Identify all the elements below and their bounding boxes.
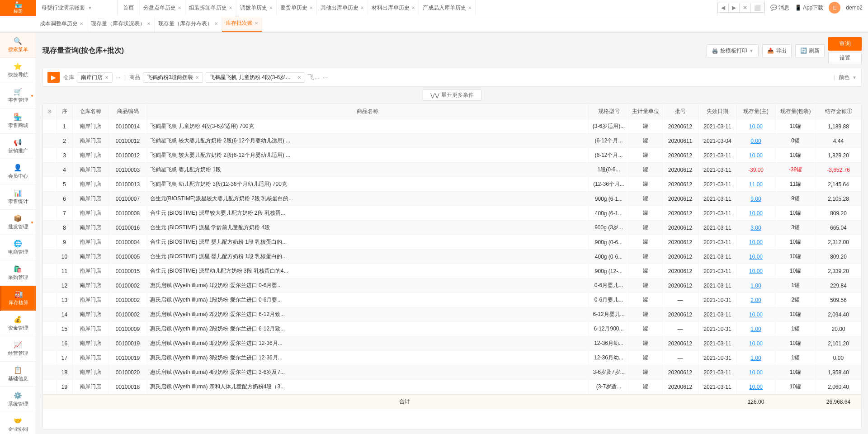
sidebar-item-search[interactable]: 🔍 搜索菜单	[0, 33, 36, 58]
prev-tab-btn[interactable]: ◀	[717, 3, 729, 13]
cell-spec: 400g (0-6...	[589, 250, 629, 264]
tab-xianzailiang1[interactable]: 现存量（库存状况表） ✕	[87, 16, 155, 32]
cell-qty-main[interactable]: 10.00	[737, 264, 775, 278]
sidebar-item-quick[interactable]: ⭐ 快捷导航	[0, 58, 36, 83]
cell-expiry: 2021-03-11	[698, 365, 737, 380]
maximize-tab-btn[interactable]: ⬜	[751, 3, 764, 13]
cell-qty-main[interactable]: 0.00	[737, 134, 775, 148]
cell-batch: 20200612	[662, 250, 698, 264]
sidebar-item-system[interactable]: ⚙️ 系统管理	[0, 387, 36, 412]
warehouse-more[interactable]: ···	[115, 74, 121, 81]
sidebar-item-shop[interactable]: 🏪 零售商城	[0, 108, 36, 134]
cell-qty-main[interactable]: 10.00	[737, 235, 775, 250]
cell-qty-main[interactable]: 10.00	[737, 307, 775, 322]
cell-balance: 229.84	[816, 278, 861, 293]
cell-qty-main[interactable]: 10.00	[737, 380, 775, 395]
cell-qty-main[interactable]: 10.00	[737, 250, 775, 264]
cell-qty-main[interactable]: -39.00	[737, 163, 775, 177]
tab-xianzailiang2[interactable]: 现存量（库存分布表） ✕	[155, 16, 222, 32]
query-btn[interactable]: 查询	[828, 37, 862, 51]
tab-fenpan[interactable]: 分盘点单历史 ✕	[140, 0, 185, 16]
username[interactable]: demo2	[846, 5, 863, 11]
tab-zuche[interactable]: 组装拆卸单历史 ✕	[185, 0, 236, 16]
goods-tag-feihe3[interactable]: 飞鹤奶粉3段两摆装 ✕	[143, 72, 203, 83]
sidebar-item-wholesale[interactable]: 📦 批发管理 ▼	[0, 210, 36, 235]
filter-expand-btn[interactable]: ▶	[47, 72, 60, 83]
tab-close-kucunpici[interactable]: ✕	[255, 21, 258, 26]
goods-tag1-close[interactable]: ✕	[195, 75, 199, 80]
tab-chengpin[interactable]: 产成品入库单历史 ✕	[419, 0, 476, 16]
cell-settings	[43, 380, 57, 395]
goods-more[interactable]: 飞...	[308, 73, 320, 81]
expand-more-btn[interactable]: ⋁⋁ 展开更多条件	[423, 90, 481, 101]
tab-close-qitachu[interactable]: ✕	[360, 5, 364, 10]
sidebar-item-operation[interactable]: 📈 经营管理	[0, 336, 36, 362]
tab-qitachu[interactable]: 其他出库单历史 ✕	[317, 0, 368, 16]
cell-batch: 20200612	[662, 365, 698, 380]
tab-home[interactable]: 首页	[118, 0, 140, 16]
settings-btn[interactable]: 设置	[828, 52, 862, 64]
tab-close-zuche[interactable]: ✕	[229, 5, 232, 10]
sidebar-item-basic[interactable]: 📋 基础信息	[0, 362, 36, 387]
cell-qty-main[interactable]: 10.00	[737, 119, 775, 134]
tab-kucunpici[interactable]: 库存批次账 ✕	[222, 16, 262, 32]
cell-settings	[43, 134, 57, 148]
cell-qty-main[interactable]: 10.00	[737, 336, 775, 351]
industry-selector[interactable]: 母婴行业演示账套 ▼	[36, 0, 118, 16]
app-download-btn[interactable]: 📱 App下载	[795, 4, 823, 12]
cell-qty-main[interactable]: 1.00	[737, 278, 775, 293]
warehouse-tag-nananmen[interactable]: 南岸门店 ✕	[77, 72, 113, 83]
cell-qty-main[interactable]: 10.00	[737, 206, 775, 221]
sidebar-item-retail[interactable]: 🛒 零售管理 ▼	[0, 83, 36, 108]
cell-qty-pkg: 1罐	[775, 351, 816, 365]
sidebar-item-finance[interactable]: 💰 资金管理	[0, 311, 36, 336]
refresh-btn[interactable]: 🔄 刷新	[795, 44, 825, 57]
tab-chengben[interactable]: 成本调整单历史 ✕	[36, 16, 87, 32]
sidebar-item-purchase[interactable]: 🛍️ 采购管理	[0, 260, 36, 286]
close-tab-btn[interactable]: ✕	[740, 3, 751, 13]
logo[interactable]: 🏪 标题	[0, 0, 36, 16]
column-settings-icon[interactable]: ⚙	[47, 108, 52, 115]
print-dropdown-arrow[interactable]: ▼	[749, 48, 754, 53]
cell-qty-main[interactable]: 10.00	[737, 365, 775, 380]
color-dropdown-arrow[interactable]: ▼	[852, 75, 857, 80]
cell-qty-main[interactable]: 3.00	[737, 221, 775, 235]
cell-settings	[43, 293, 57, 307]
cell-qty-main[interactable]: 10.00	[737, 148, 775, 163]
warehouse-tag-close[interactable]: ✕	[105, 75, 108, 80]
sidebar-item-ecommerce[interactable]: 🌐 电商管理	[0, 235, 36, 260]
goods-ellipsis[interactable]: ···	[322, 74, 328, 81]
tab-tiaopao[interactable]: 调拨单历史 ✕	[236, 0, 277, 16]
tab-close-chengben[interactable]: ✕	[80, 21, 83, 26]
tab-cailiao[interactable]: 材料出库单历史 ✕	[368, 0, 419, 16]
print-btn[interactable]: 🖨️ 按模板打印 ▼	[707, 44, 759, 57]
cell-qty-main[interactable]: 9.00	[737, 192, 775, 206]
tab-yaohuo[interactable]: 要货单历史 ✕	[277, 0, 317, 16]
goods-tag2-close[interactable]: ✕	[297, 75, 301, 80]
export-btn[interactable]: 📤 导出	[762, 44, 792, 57]
cell-qty-main[interactable]: 11.00	[737, 177, 775, 192]
tab-close-chengpin[interactable]: ✕	[468, 5, 472, 10]
message-btn[interactable]: 💬 消息	[770, 4, 789, 12]
tab-close-fenpan[interactable]: ✕	[178, 5, 181, 10]
goods-tag-feihe4[interactable]: 飞鹤星飞帆 儿童奶粉 4段(3-6岁适用) 700克 ✕	[206, 72, 305, 83]
cell-qty-main[interactable]: 1.00	[737, 351, 775, 365]
tab-close-xianzailiang1[interactable]: ✕	[147, 21, 151, 26]
sidebar-item-inventory[interactable]: 🏭 库存核算	[0, 286, 36, 311]
sidebar-item-stats[interactable]: 📊 零售统计	[0, 184, 36, 210]
cell-qty-main[interactable]: 1.00	[737, 322, 775, 336]
tab-close-tiaopao[interactable]: ✕	[269, 5, 273, 10]
col-settings-header[interactable]: ⚙	[43, 104, 57, 119]
cell-code: 00100003	[108, 163, 147, 177]
cell-qty-main[interactable]: 2.00	[737, 293, 775, 307]
sidebar-item-member[interactable]: 👤 会员中心	[0, 159, 36, 184]
tab-close-xianzailiang2[interactable]: ✕	[214, 21, 218, 26]
cell-code: 00100016	[108, 221, 147, 235]
tab-close-yaohuo[interactable]: ✕	[309, 5, 313, 10]
user-avatar[interactable]: E	[829, 2, 840, 14]
tab-close-cailiao[interactable]: ✕	[411, 5, 415, 10]
cell-warehouse: 南岸门店	[72, 148, 108, 163]
sidebar-item-corp[interactable]: 🤝 企业协同	[0, 412, 36, 434]
sidebar-item-marketing[interactable]: 📢 营销推广	[0, 134, 36, 159]
next-tab-btn[interactable]: ▶	[729, 3, 740, 13]
